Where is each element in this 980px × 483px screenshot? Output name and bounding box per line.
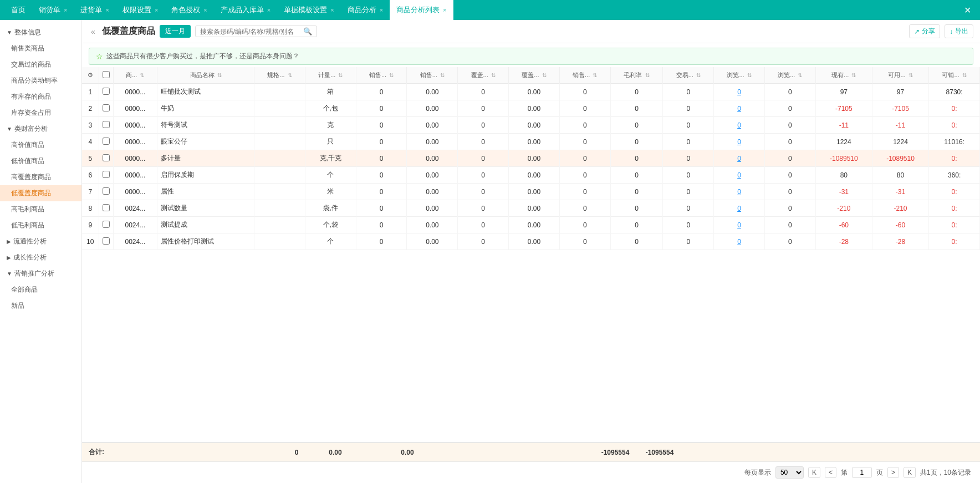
search-icon[interactable]: 🔍 bbox=[303, 27, 312, 35]
nav-tab-templates[interactable]: 单据模板设置 × bbox=[277, 0, 340, 20]
window-close-button[interactable]: ✕ bbox=[959, 5, 976, 16]
sidebar-section-growth[interactable]: ▶ 成长性分析 bbox=[0, 250, 81, 266]
row-browse1[interactable]: 0 bbox=[714, 134, 765, 150]
row-unit: 袋,件 bbox=[305, 200, 356, 217]
col-profit-rate[interactable]: 毛利率 ⇅ bbox=[610, 67, 663, 84]
col-code[interactable]: 商... ⇅ bbox=[113, 67, 157, 84]
close-icon[interactable]: × bbox=[330, 7, 334, 13]
sidebar-section-marketing[interactable]: ▼ 营销推广分析 bbox=[0, 266, 81, 282]
col-spec[interactable]: 规格... ⇅ bbox=[254, 67, 305, 84]
row-available: -210 bbox=[872, 200, 928, 217]
row-checkbox[interactable] bbox=[99, 100, 113, 117]
row-checkbox[interactable] bbox=[99, 217, 113, 233]
close-icon[interactable]: × bbox=[155, 7, 158, 13]
col-sales-x[interactable]: 销售... ⇅ bbox=[559, 67, 610, 84]
sidebar-item-high-coverage[interactable]: 高覆盖度商品 bbox=[0, 169, 81, 185]
nav-tab-permissions[interactable]: 权限设置 × bbox=[116, 0, 165, 20]
row-browse1[interactable]: 0 bbox=[714, 84, 765, 100]
col-name[interactable]: 商品名称 ⇅ bbox=[157, 67, 254, 84]
page-number-input[interactable] bbox=[852, 467, 872, 478]
nav-tab-analysis-list[interactable]: 商品分析列表 × bbox=[390, 0, 453, 20]
row-cov1: 0 bbox=[458, 217, 509, 233]
row-browse1[interactable]: 0 bbox=[714, 217, 765, 233]
row-browse1[interactable]: 0 bbox=[714, 117, 765, 134]
total-records-label: 共1页，10条记录 bbox=[920, 468, 971, 477]
row-checkbox[interactable] bbox=[99, 117, 113, 134]
col-current[interactable]: 现有... ⇅ bbox=[815, 67, 872, 84]
row-spec bbox=[254, 150, 305, 167]
close-icon[interactable]: × bbox=[380, 7, 383, 13]
row-checkbox[interactable] bbox=[99, 184, 113, 200]
next-page-button[interactable]: > bbox=[887, 467, 899, 478]
share-button[interactable]: ↗ 分享 bbox=[909, 24, 940, 38]
nav-tab-purchase[interactable]: 进货单 × bbox=[74, 0, 115, 20]
sidebar-item-high-profit[interactable]: 高毛利商品 bbox=[0, 201, 81, 217]
row-browse1[interactable]: 0 bbox=[714, 184, 765, 200]
search-input[interactable] bbox=[200, 28, 303, 35]
sidebar-item-sales-rate[interactable]: 商品分类动销率 bbox=[0, 73, 81, 89]
nav-tab-home[interactable]: 首页 bbox=[4, 0, 32, 20]
sidebar-section-flow[interactable]: ▶ 流通性分析 bbox=[0, 233, 81, 250]
last-page-button[interactable]: K bbox=[904, 467, 916, 478]
prev-page-button[interactable]: < bbox=[825, 467, 836, 478]
row-browse1[interactable]: 0 bbox=[714, 100, 765, 117]
sidebar-item-in-stock[interactable]: 有库存的商品 bbox=[0, 89, 81, 105]
sidebar-item-all-goods[interactable]: 全部商品 bbox=[0, 282, 81, 298]
sidebar: ▼ 整体信息 销售类商品 交易过的商品 商品分类动销率 有库存的商品 库存资金占… bbox=[0, 20, 82, 483]
row-checkbox[interactable] bbox=[99, 200, 113, 217]
col-available[interactable]: 可用... ⇅ bbox=[872, 67, 928, 84]
sidebar-item-low-profit[interactable]: 低毛利商品 bbox=[0, 217, 81, 233]
nav-tab-analysis[interactable]: 商品分析 × bbox=[341, 0, 390, 20]
sidebar-item-low-value[interactable]: 低价值商品 bbox=[0, 153, 81, 169]
row-num: 8 bbox=[82, 200, 99, 217]
row-browse1[interactable]: 0 bbox=[714, 200, 765, 217]
row-checkbox[interactable] bbox=[99, 84, 113, 100]
nav-tab-roles[interactable]: 角色授权 × bbox=[165, 0, 213, 20]
close-icon[interactable]: × bbox=[267, 7, 270, 13]
row-trade: 0 bbox=[663, 184, 714, 200]
nav-tab-products[interactable]: 产成品入库单 × bbox=[214, 0, 277, 20]
col-sales-qty[interactable]: 销售... ⇅ bbox=[356, 67, 407, 84]
sidebar-item-traded-goods[interactable]: 交易过的商品 bbox=[0, 57, 81, 73]
row-sales-x: 0 bbox=[559, 167, 610, 184]
close-icon[interactable]: × bbox=[64, 7, 67, 13]
row-checkbox[interactable] bbox=[99, 150, 113, 167]
main-layout: ▼ 整体信息 销售类商品 交易过的商品 商品分类动销率 有库存的商品 库存资金占… bbox=[0, 20, 980, 483]
close-icon[interactable]: × bbox=[105, 7, 109, 13]
row-checkbox[interactable] bbox=[99, 233, 113, 250]
sidebar-item-low-coverage[interactable]: 低覆盖度商品 bbox=[0, 185, 81, 201]
col-coverage2[interactable]: 覆盖... ⇅ bbox=[509, 67, 560, 84]
filter-recent-month-button[interactable]: 近一月 bbox=[160, 25, 191, 38]
col-sellable[interactable]: 可销... ⇅ bbox=[929, 67, 980, 84]
row-browse1[interactable]: 0 bbox=[714, 150, 765, 167]
close-icon[interactable]: × bbox=[203, 7, 207, 13]
row-checkbox[interactable] bbox=[99, 167, 113, 184]
col-sales-amt[interactable]: 销售... ⇅ bbox=[407, 67, 458, 84]
export-button[interactable]: ↓ 导出 bbox=[945, 24, 973, 38]
sidebar-item-capital[interactable]: 库存资金占用 bbox=[0, 105, 81, 121]
col-unit[interactable]: 计量... ⇅ bbox=[305, 67, 356, 84]
sidebar-item-new-goods[interactable]: 新品 bbox=[0, 298, 81, 314]
col-settings[interactable]: ⚙ bbox=[82, 67, 99, 84]
sidebar-collapse-button[interactable]: « bbox=[89, 26, 98, 37]
row-browse1[interactable]: 0 bbox=[714, 167, 765, 184]
row-sales-x: 0 bbox=[559, 233, 610, 250]
sidebar-item-high-value[interactable]: 高价值商品 bbox=[0, 137, 81, 153]
close-icon[interactable]: × bbox=[443, 7, 446, 13]
sidebar-section-dimension[interactable]: ▼ 类财富分析 bbox=[0, 121, 81, 137]
nav-tab-sales[interactable]: 销货单 × bbox=[32, 0, 74, 20]
row-name: 启用保质期 bbox=[157, 167, 254, 184]
per-page-select[interactable]: 50 20 100 bbox=[775, 466, 804, 479]
first-page-button[interactable]: K bbox=[808, 467, 820, 478]
row-cov2: 0.00 bbox=[509, 217, 560, 233]
select-all-checkbox[interactable] bbox=[103, 71, 110, 78]
row-checkbox[interactable] bbox=[99, 134, 113, 150]
col-coverage1[interactable]: 覆盖... ⇅ bbox=[458, 67, 509, 84]
col-browse1[interactable]: 浏览... ⇅ bbox=[714, 67, 765, 84]
col-trade[interactable]: 交易... ⇅ bbox=[663, 67, 714, 84]
sidebar-section-overview[interactable]: ▼ 整体信息 bbox=[0, 24, 81, 40]
row-browse1[interactable]: 0 bbox=[714, 233, 765, 250]
settings-icon[interactable]: ⚙ bbox=[88, 72, 93, 78]
sidebar-item-sales-goods[interactable]: 销售类商品 bbox=[0, 40, 81, 57]
col-browse2[interactable]: 浏览... ⇅ bbox=[764, 67, 815, 84]
